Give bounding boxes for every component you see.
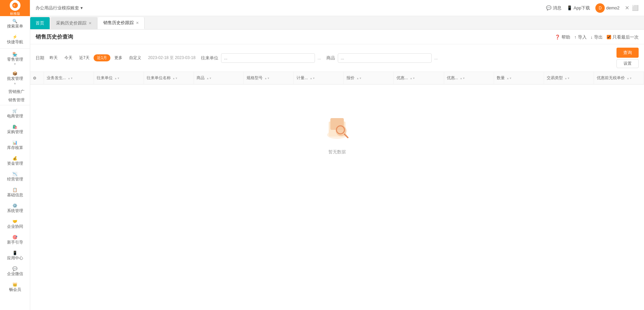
- product-more-icon[interactable]: ...: [434, 56, 438, 60]
- close-window-btn[interactable]: ✕: [625, 5, 629, 11]
- logo: 6 标推版: [0, 0, 30, 16]
- sidebar-item-system-mgmt[interactable]: ⚙️ 系统管理: [0, 201, 30, 216]
- app-download-label: App下载: [574, 5, 590, 11]
- col-quantity-sort[interactable]: ▲▼: [506, 77, 512, 80]
- sidebar-item-sales-mgmt-label: 销售管理: [8, 97, 24, 103]
- sidebar-item-basic-info[interactable]: 📋 基础信息: [0, 185, 30, 201]
- date-filter-label: 日期: [36, 55, 44, 61]
- sidebar-item-new-guide[interactable]: 🎯 新手引导: [0, 232, 30, 248]
- table-header-row: ⚙ 业务发生... ▲▼ 往来单位 ▲▼ 往来单位名称 ▲▼: [30, 72, 644, 85]
- sidebar-item-inventory-label: 库存核算: [7, 145, 23, 151]
- app-download-action[interactable]: 📱 App下载: [567, 5, 590, 11]
- col-discount1-label: 优惠...: [396, 75, 408, 80]
- partner-filter-input[interactable]: [221, 53, 315, 63]
- query-settings-group: 查询 设置: [616, 48, 639, 68]
- tab-home-label: 首页: [36, 20, 44, 26]
- date-btn-custom[interactable]: 自定义: [126, 54, 144, 61]
- message-action[interactable]: 💬 消息: [546, 5, 561, 11]
- table-header: ⚙ 业务发生... ▲▼ 往来单位 ▲▼ 往来单位名称 ▲▼: [30, 72, 644, 85]
- date-btn-7days[interactable]: 近7天: [76, 54, 92, 61]
- col-quantity: 数量 ▲▼: [494, 72, 544, 85]
- col-quantity-label: 数量: [497, 75, 505, 80]
- sidebar-item-purchase-mgmt[interactable]: 🛍️ 采购管理: [0, 122, 30, 138]
- col-discount1-sort[interactable]: ▲▼: [410, 77, 415, 80]
- help-icon: ❓: [555, 35, 560, 40]
- col-pre-tax-price-sort[interactable]: ▲▼: [627, 77, 632, 80]
- sidebar-item-search-menu[interactable]: 🔍 搜索菜单: [0, 16, 30, 32]
- sidebar-item-search-menu-label: 搜索菜单: [7, 23, 23, 29]
- date-btn-more[interactable]: 更多: [112, 54, 125, 61]
- ops-mgmt-icon: 📉: [12, 172, 17, 176]
- col-unit: 计量... ▲▼: [294, 72, 344, 85]
- sidebar-item-app-center[interactable]: 📱 应用中心: [0, 248, 30, 264]
- import-action[interactable]: ↑ 导入: [574, 34, 587, 40]
- app-selector-label: 办公用品行业模拟账套: [36, 5, 79, 11]
- col-settings: ⚙: [30, 72, 44, 85]
- sidebar-item-enterprise-wechat[interactable]: 💬 企业微信: [0, 264, 30, 279]
- only-last-checkbox[interactable]: [607, 35, 611, 39]
- product-filter-input[interactable]: [338, 53, 432, 63]
- sidebar-item-marketing[interactable]: 营销推广: [3, 88, 30, 96]
- page-header: 销售历史价查询 ❓ 帮助 ↑ 导入 ↓ 导出 只看最后一次: [30, 30, 644, 44]
- tab-home[interactable]: 首页: [30, 17, 50, 29]
- empty-icon: [320, 111, 354, 145]
- col-spec-sort[interactable]: ▲▼: [264, 77, 270, 80]
- sidebar-item-finance-mgmt[interactable]: 💰 资金管理: [0, 153, 30, 169]
- sidebar-item-new-guide-label: 新手引导: [7, 240, 23, 245]
- tab-purchase-history-close[interactable]: ✕: [89, 21, 92, 25]
- sidebar-item-app-center-label: 应用中心: [7, 255, 23, 261]
- basic-info-icon: 📋: [12, 188, 17, 192]
- col-product-sort[interactable]: ▲▼: [206, 77, 212, 80]
- col-unit-sort[interactable]: ▲▼: [310, 77, 315, 80]
- export-action[interactable]: ↓ 导出: [591, 34, 603, 40]
- sidebar-item-enterprise[interactable]: 🤝 企业协同: [0, 216, 30, 232]
- sidebar-item-ops-mgmt[interactable]: 📉 经营管理: [0, 169, 30, 185]
- user-profile[interactable]: D demo2: [595, 3, 620, 13]
- chevron-down-icon: ▼: [13, 62, 16, 66]
- sidebar-item-sales-mgmt[interactable]: 销售管理: [3, 96, 30, 104]
- page-actions: ❓ 帮助 ↑ 导入 ↓ 导出 只看最后一次: [555, 34, 639, 40]
- new-guide-icon: 🎯: [12, 235, 17, 240]
- avatar: D: [595, 3, 605, 13]
- app-selector[interactable]: 办公用品行业模拟账套 ▾: [36, 5, 83, 11]
- sidebar-item-inventory[interactable]: 📊 库存核算: [0, 138, 30, 153]
- query-button[interactable]: 查询: [616, 48, 639, 58]
- col-discount2: 优惠... ▲▼: [444, 72, 494, 85]
- sidebar-item-member[interactable]: 👑 畅会员: [0, 279, 30, 295]
- col-partner-code-sort[interactable]: ▲▼: [114, 77, 120, 80]
- tab-sales-history-close[interactable]: ✕: [136, 21, 139, 25]
- col-partner-name-sort[interactable]: ▲▼: [172, 77, 178, 80]
- sidebar-item-quick-nav-label: 快捷导航: [7, 39, 23, 45]
- retail-mgmt-icon: 🏪: [12, 52, 17, 57]
- date-btn-yesterday[interactable]: 昨天: [47, 54, 60, 61]
- date-btn-1month[interactable]: 近1月: [94, 54, 111, 61]
- logo-text: 标推版: [10, 11, 20, 16]
- date-filter-group: 日期 昨天 今天 近7天 近1月 更多 自定义 2023-02-18 至 202…: [36, 54, 196, 61]
- table-container: ⚙ 业务发生... ▲▼ 往来单位 ▲▼ 往来单位名称 ▲▼: [30, 72, 644, 310]
- sidebar-item-quick-nav[interactable]: ⚡ 快捷导航: [0, 32, 30, 48]
- col-trade-type: 交易类型 ▲▼: [544, 72, 594, 85]
- maximize-window-btn[interactable]: ⬜: [632, 5, 639, 11]
- col-quoted-price-sort[interactable]: ▲▼: [357, 77, 362, 80]
- col-quoted-price: 报价 ▲▼: [344, 72, 394, 85]
- svg-text:6: 6: [13, 4, 15, 7]
- sidebar-item-ecom-mgmt[interactable]: 🛒 电商管理: [0, 106, 30, 122]
- settings-button[interactable]: 设置: [616, 59, 639, 68]
- tab-sales-history[interactable]: 销售历史价跟踪 ✕: [98, 17, 145, 29]
- help-action[interactable]: ❓ 帮助: [555, 34, 570, 40]
- sidebar-item-wholesale-mgmt[interactable]: 📦 批发管理 ▲: [0, 68, 30, 88]
- logo-icon: 6: [10, 0, 20, 11]
- sidebar-item-basic-info-label: 基础信息: [7, 192, 23, 198]
- tab-purchase-history[interactable]: 采购历史价跟踪 ✕: [51, 17, 97, 29]
- date-btn-today[interactable]: 今天: [62, 54, 75, 61]
- col-discount2-sort[interactable]: ▲▼: [460, 77, 465, 80]
- sidebar-item-enterprise-label: 企业协同: [7, 224, 23, 229]
- col-trade-type-sort[interactable]: ▲▼: [565, 77, 570, 80]
- partner-filter-label: 往来单位: [201, 55, 218, 61]
- top-header-left: 办公用品行业模拟账套 ▾: [36, 5, 83, 11]
- sidebar-item-retail-mgmt[interactable]: 🏪 零售管理 ▼: [0, 49, 30, 68]
- col-biz-date-sort[interactable]: ▲▼: [68, 77, 73, 80]
- partner-more-icon[interactable]: ...: [318, 56, 321, 60]
- date-range-display: 2023-02-18 至 2023-03-18: [148, 55, 195, 61]
- gear-icon[interactable]: ⚙: [33, 76, 37, 81]
